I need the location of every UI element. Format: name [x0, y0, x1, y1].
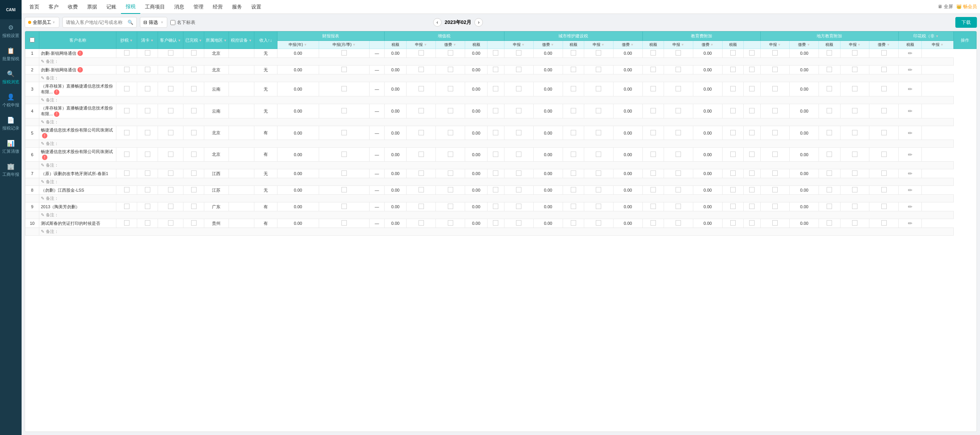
cell-jy-cb3[interactable]	[664, 104, 693, 118]
cell-chaoshui[interactable]	[116, 202, 137, 211]
checkbox-label[interactable]: 名下标表	[170, 19, 195, 26]
sub-chengshi-report[interactable]: 申报▼	[504, 41, 533, 49]
cell-checkbox[interactable]	[749, 152, 755, 157]
filter-button[interactable]: ⊟ 筛选 ▼	[140, 17, 167, 28]
cell-checkbox[interactable]	[772, 108, 778, 113]
cell-df-cb3[interactable]	[760, 202, 790, 211]
col-header-name[interactable]: 客户名称	[39, 32, 116, 49]
edit-icon[interactable]: ✏	[908, 170, 913, 177]
edit-icon[interactable]: ✏	[908, 108, 913, 114]
cell-checkbox[interactable]	[651, 108, 656, 113]
cell-checkbox[interactable]	[191, 108, 197, 113]
cell-checkbox[interactable]	[145, 50, 150, 56]
cell-checkbox[interactable]	[493, 130, 498, 135]
nav-finance[interactable]: 经营	[208, 0, 227, 14]
cell-yh-cb3[interactable]	[869, 219, 899, 228]
cell-yh-cb[interactable]	[819, 66, 840, 74]
cell-zz-cb[interactable]	[407, 82, 436, 96]
sub-caibao-month[interactable]: 申报(月/季)▼	[319, 41, 370, 49]
cell-zz-cb2[interactable]	[436, 202, 465, 211]
sub-difang-p2[interactable]: 缴费▼	[869, 41, 899, 49]
cell-checkbox[interactable]	[124, 170, 129, 176]
cell-cs-cb[interactable]	[487, 202, 504, 211]
cell-checkbox[interactable]	[168, 130, 173, 135]
cell-checkbox[interactable]	[341, 130, 347, 135]
next-month-button[interactable]: ›	[474, 18, 483, 27]
cell-checkbox[interactable]	[191, 130, 197, 135]
cell-checkbox[interactable]	[493, 220, 498, 226]
cell-ops[interactable]: ✏	[899, 148, 922, 162]
cell-checkbox[interactable]	[596, 86, 601, 91]
cell-checkbox[interactable]	[651, 187, 656, 192]
cell-cs-cb[interactable]	[487, 66, 504, 74]
cell-checkbox[interactable]	[827, 50, 832, 56]
cell-checkbox[interactable]	[676, 67, 681, 72]
cell-yh-cb2[interactable]	[840, 66, 869, 74]
cell-checkbox[interactable]	[145, 220, 150, 226]
cell-checkbox[interactable]	[676, 50, 681, 56]
cell-checkbox[interactable]	[827, 152, 832, 157]
cell-checkbox[interactable]	[145, 204, 150, 209]
search-input[interactable]	[66, 20, 128, 25]
cell-checkbox[interactable]	[516, 204, 521, 209]
cell-checkbox[interactable]	[730, 220, 736, 226]
cell-cb1[interactable]	[319, 186, 370, 195]
cell-df-cb3[interactable]	[760, 219, 790, 228]
cell-checkbox[interactable]	[571, 220, 576, 226]
cell-checkbox[interactable]	[772, 204, 778, 209]
cell-checkbox[interactable]	[448, 67, 453, 72]
cell-zz-cb[interactable]	[407, 66, 436, 74]
cell-df-cb2[interactable]	[743, 126, 760, 140]
cell-checkbox[interactable]	[341, 170, 347, 176]
cell-yh-cb2[interactable]	[840, 219, 869, 228]
cell-checkbox[interactable]	[852, 152, 857, 157]
cell-cb1[interactable]	[319, 202, 370, 211]
cell-yh-cb[interactable]	[819, 148, 840, 162]
cell-checkbox[interactable]	[881, 67, 887, 72]
cell-ops[interactable]: ✏	[899, 49, 922, 58]
cell-checkbox[interactable]	[852, 67, 857, 72]
cell-yh-cb[interactable]	[819, 126, 840, 140]
cell-df-cb[interactable]	[722, 66, 743, 74]
cell-yh-cb[interactable]	[819, 104, 840, 118]
cell-chaoshui[interactable]	[116, 82, 137, 96]
cell-cs-cb[interactable]	[487, 219, 504, 228]
cell-checkbox[interactable]	[493, 187, 498, 192]
cell-checkbox[interactable]	[571, 130, 576, 135]
cell-checkbox[interactable]	[168, 220, 173, 226]
edit-icon[interactable]: ✏	[908, 130, 913, 136]
cell-cs-cb2[interactable]	[504, 219, 533, 228]
cell-yh-cb2[interactable]	[840, 104, 869, 118]
cell-checkbox[interactable]	[852, 86, 857, 91]
cell-checkbox[interactable]	[571, 67, 576, 72]
col-header-qingka[interactable]: 清卡▼	[137, 32, 158, 49]
cell-complete[interactable]	[183, 126, 204, 140]
sub-yinhua-report[interactable]: 申报▼	[922, 41, 954, 49]
select-all-checkbox[interactable]	[30, 37, 35, 42]
cell-cs-cb2[interactable]	[504, 186, 533, 195]
cell-df-cb2[interactable]	[743, 186, 760, 195]
cell-checkbox[interactable]	[341, 50, 347, 56]
cell-checkbox[interactable]	[516, 170, 521, 176]
edit-icon[interactable]: ✏	[908, 152, 913, 158]
cell-checkbox[interactable]	[730, 50, 736, 56]
cell-jy-cb[interactable]	[584, 219, 613, 228]
cell-checkbox[interactable]	[419, 86, 424, 91]
cell-chaoshui[interactable]	[116, 126, 137, 140]
cell-cs-cb2[interactable]	[504, 104, 533, 118]
cell-jy-cb2[interactable]	[642, 104, 664, 118]
cell-jy-cb3[interactable]	[664, 126, 693, 140]
cell-checkbox[interactable]	[827, 108, 832, 113]
prev-month-button[interactable]: ‹	[433, 18, 442, 27]
cell-checkbox[interactable]	[493, 108, 498, 113]
cell-checkbox[interactable]	[749, 86, 755, 91]
cell-checkbox[interactable]	[596, 67, 601, 72]
cell-cs-cb2[interactable]	[504, 169, 533, 178]
cell-ops[interactable]: ✏	[899, 202, 922, 211]
cell-yh-cb3[interactable]	[869, 202, 899, 211]
cell-cs-cb2[interactable]	[504, 66, 533, 74]
cell-cs-cb3[interactable]	[563, 148, 584, 162]
cell-checkbox[interactable]	[730, 204, 736, 209]
sub-chengshi-pay[interactable]: 缴费▼	[533, 41, 563, 49]
cell-checkbox[interactable]	[749, 130, 755, 135]
